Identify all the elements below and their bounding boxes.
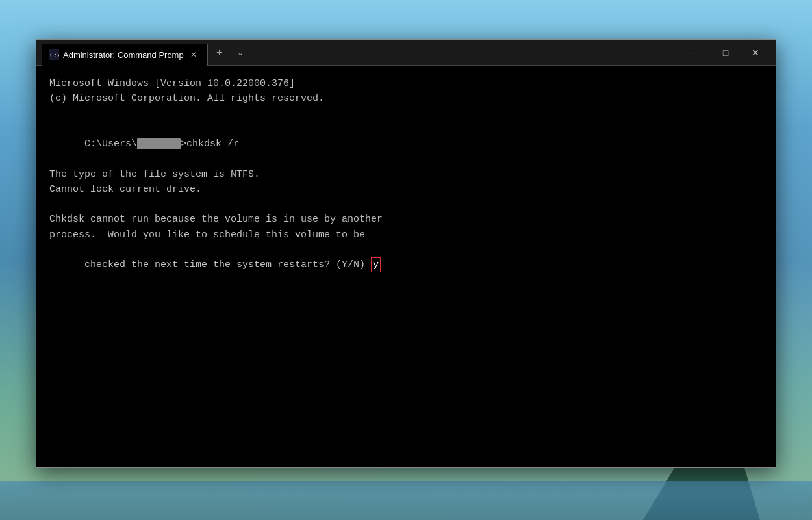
terminal-line-5: Cannot lock current drive.	[49, 182, 763, 197]
terminal-prompt-text: checked the next time the system restart…	[84, 259, 371, 270]
terminal-line-9: checked the next time the system restart…	[49, 242, 763, 288]
terminal-line-4: The type of the file system is NTFS.	[49, 167, 763, 182]
active-tab[interactable]: C:\ Administrator: Command Promp ✕	[42, 44, 208, 66]
terminal-line-1: Microsoft Windows [Version 10.0.22000.37…	[49, 76, 763, 91]
svg-text:C:\: C:\	[50, 52, 59, 58]
terminal-blank-1	[49, 107, 763, 122]
cmd-window: C:\ Administrator: Command Promp ✕ + ⌄ ─…	[36, 39, 776, 468]
terminal-line-8: process. Would you like to schedule this…	[49, 228, 763, 242]
minimize-button[interactable]: ─	[681, 42, 711, 63]
tab-close-button[interactable]: ✕	[188, 49, 199, 60]
tab-title: Administrator: Command Promp	[63, 50, 184, 60]
terminal-command: >chkdsk /r	[181, 138, 239, 150]
close-button[interactable]: ✕	[741, 42, 770, 63]
terminal-blank-2	[49, 197, 763, 212]
terminal-input-cursor[interactable]: y	[371, 257, 381, 272]
terminal-line-2: (c) Microsoft Corporation. All rights re…	[49, 91, 763, 106]
terminal-username-redacted	[137, 138, 181, 150]
new-tab-button[interactable]: +	[210, 44, 229, 62]
title-bar: C:\ Administrator: Command Promp ✕ + ⌄ ─…	[36, 40, 776, 66]
terminal-path-prefix: C:\Users\	[84, 138, 137, 150]
window-controls: ─ □ ✕	[681, 42, 770, 63]
terminal-line-7: Chkdsk cannot run because the volume is …	[49, 212, 763, 227]
water-reflection	[0, 481, 812, 520]
cmd-tab-icon: C:\	[49, 49, 59, 60]
maximize-button[interactable]: □	[711, 42, 741, 63]
tab-dropdown-button[interactable]: ⌄	[231, 44, 249, 62]
terminal-body[interactable]: Microsoft Windows [Version 10.0.22000.37…	[36, 66, 776, 467]
terminal-line-3: C:\Users\ >chkdsk /r	[49, 122, 763, 167]
